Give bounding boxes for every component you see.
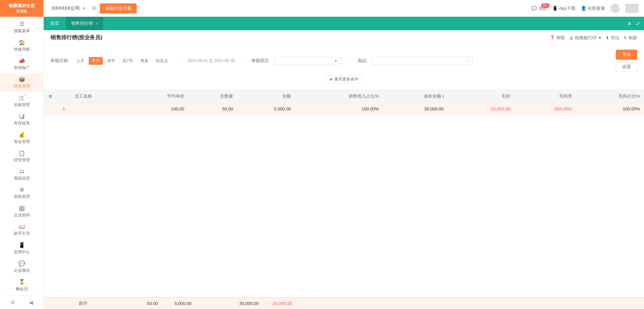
- td-settings: [44, 103, 57, 115]
- th-settings[interactable]: ⚙: [44, 90, 57, 103]
- doc-status-arrow-icon: ▼: [334, 59, 338, 63]
- table-header-row: ⚙ 员工名称 平均单价 主数量 全额 销售收入占比% 成本全额 ℹ 毛利 毛利率: [44, 90, 644, 103]
- sidebar-label-purchase: 采购管理: [14, 102, 30, 108]
- sidebar-item-weixin[interactable]: 💬企业微信: [0, 258, 43, 276]
- sidebar-label-operation: 经营管理: [14, 157, 30, 163]
- tab-sales-ranking[interactable]: 销售排行榜 ×: [66, 17, 103, 30]
- window-expand-icon[interactable]: ⤢: [636, 20, 640, 27]
- sidebar-settings-icon[interactable]: ⚙: [10, 299, 15, 306]
- filter-divider-3: [349, 57, 350, 64]
- sidebar-nav: ☰搜索菜单🏠快捷导航📣营销推广📦销售管理🛒采购管理📊库存核算💰资金管理📋经营管理…: [0, 17, 43, 296]
- sidebar-icon-inventory: 📊: [18, 113, 25, 119]
- sidebar-item-inventory[interactable]: 📊库存核算: [0, 110, 43, 129]
- filter-expand-row: ▼ 展开更多条件: [50, 73, 637, 86]
- sidebar-item-marketing[interactable]: 📣营销推广: [0, 55, 43, 73]
- app-download-label: App下载: [559, 5, 575, 11]
- sidebar-item-search[interactable]: ☰搜索菜单: [0, 18, 43, 37]
- avatar[interactable]: [610, 4, 620, 13]
- sidebar: 畅康通好生意 标准版 ☰搜索菜单🏠快捷导航📣营销推广📦销售管理🛒采购管理📊库存核…: [0, 0, 44, 309]
- th-employee: 员工名称: [71, 90, 129, 103]
- template-print-btn[interactable]: 🖨 按模板打印 ▼: [569, 35, 602, 41]
- window-close-icon[interactable]: ✕: [627, 20, 632, 27]
- td-avg-price: 100.00: [129, 103, 188, 115]
- td-gross-rate: -500.00%: [514, 103, 576, 115]
- sidebar-icon-operation: 📋: [18, 150, 25, 156]
- filter-settings-btn[interactable]: 设置: [616, 62, 637, 72]
- date-opt-custom[interactable]: 自定义: [153, 57, 171, 65]
- table-wrapper: ⚙ 员工名称 平均单价 主数量 全额 销售收入占比% 成本全额 ℹ 毛利 毛利率: [44, 90, 644, 297]
- company-selector[interactable]: XXXXXX公司 ▼: [49, 4, 88, 13]
- sidebar-item-system[interactable]: ⚙系统管理: [0, 184, 43, 202]
- sidebar-item-member[interactable]: 🏅畅会员: [0, 276, 43, 295]
- help-label: 帮助: [556, 35, 565, 41]
- main-area: XXXXXX公司 ▼ ⚙ 体验行业方案 💬 消息 99+ 📱 App下载 👤 在…: [44, 0, 644, 309]
- help-btn[interactable]: ❓ 帮助: [550, 35, 565, 41]
- date-opt-more[interactable]: 更多: [137, 57, 152, 65]
- th-sales-pct: 销售收入占比%: [295, 90, 383, 103]
- app-download-btn[interactable]: 📱 App下载: [552, 5, 575, 11]
- sidebar-item-appstore[interactable]: 📱应用中心: [0, 239, 43, 258]
- trial-btn[interactable]: 体验行业方案: [100, 3, 137, 13]
- tab-home[interactable]: 首页: [44, 17, 66, 30]
- message-btn[interactable]: 💬 消息 99+: [531, 5, 547, 11]
- date-range-display: 2023-06-01 至 2023-06-30: [187, 58, 235, 64]
- sidebar-collapse-icon[interactable]: ◀: [29, 299, 33, 306]
- sidebar-item-operation[interactable]: 📋经营管理: [0, 147, 43, 166]
- sidebar-item-enterprise[interactable]: 🏢企业协同: [0, 202, 43, 221]
- export-btn[interactable]: ⬇ 导出: [606, 35, 619, 41]
- column-settings-icon[interactable]: ⚙: [48, 94, 52, 99]
- th-avg-price: 平均单价: [129, 90, 188, 103]
- th-quantity: 主数量: [188, 90, 237, 103]
- date-opt-this-year[interactable]: 本年: [104, 57, 118, 65]
- sidebar-icon-shortcut: 🏠: [18, 39, 25, 46]
- doc-status-select[interactable]: ▼: [274, 57, 341, 64]
- app-icon: 📱: [552, 6, 558, 11]
- sidebar-label-basic: 基础信息: [14, 175, 30, 181]
- sidebar-logo: 畅康通好生意 标准版: [0, 0, 43, 17]
- table-row[interactable]: 1 100.00 50.00 5,000.00 100.00% 30,000.0…: [44, 103, 644, 115]
- td-gross: -25,000.00: [448, 103, 515, 115]
- goods-label: 商品: [358, 58, 367, 64]
- date-opt-this-month[interactable]: 本月: [89, 57, 103, 65]
- th-amount: 全额: [237, 90, 295, 103]
- cost-info-icon: ℹ: [442, 94, 444, 98]
- sidebar-item-finance[interactable]: 💰资金管理: [0, 129, 43, 147]
- message-icon: 💬: [531, 6, 537, 11]
- tab-label: 销售排行榜: [71, 20, 93, 27]
- sidebar-icon-marketing: 📣: [18, 58, 25, 64]
- sidebar-icon-appstore: 📱: [18, 242, 25, 248]
- help-icon: ❓: [550, 35, 555, 40]
- date-options: 上月 本月 本年 近7天 更多 自定义: [73, 57, 171, 65]
- online-service-label: 在线客服: [588, 5, 605, 11]
- td-sales-pct: 100.00%: [295, 103, 383, 115]
- sidebar-icon-enterprise: 🏢: [18, 205, 25, 211]
- td-cost: 30,000.00: [383, 103, 448, 115]
- sidebar-item-newbie[interactable]: 📖新手引导: [0, 221, 43, 239]
- service-icon: 👤: [581, 6, 586, 11]
- goods-input[interactable]: ···: [372, 57, 473, 65]
- date-opt-prev-month[interactable]: 上月: [73, 57, 87, 65]
- sidebar-item-basic[interactable]: 🗂基础信息: [0, 166, 43, 184]
- filter-divider-2: [243, 57, 243, 64]
- message-badge: 99+: [541, 3, 550, 8]
- date-opt-7days[interactable]: 近7天: [120, 57, 136, 65]
- user-name-display: [625, 4, 639, 13]
- sidebar-label-weixin: 企业微信: [14, 268, 30, 273]
- doc-status-label: 单据状态: [251, 58, 269, 64]
- refresh-btn[interactable]: ↻ 刷新: [624, 35, 637, 41]
- sidebar-label-shortcut: 快捷导航: [14, 47, 30, 52]
- online-service-btn[interactable]: 👤 在线客服: [581, 5, 605, 11]
- query-btn[interactable]: 查询: [616, 50, 637, 60]
- tab-close-icon[interactable]: ×: [96, 21, 98, 25]
- topbar-gear-icon[interactable]: ⚙: [92, 5, 96, 11]
- sidebar-item-purchase[interactable]: 🛒采购管理: [0, 92, 43, 110]
- expand-more-btn[interactable]: ▼ 展开更多条件: [324, 75, 364, 84]
- th-rank: [57, 90, 71, 103]
- sidebar-item-sales[interactable]: 📦销售管理: [0, 73, 43, 92]
- sidebar-label-enterprise: 企业协同: [14, 212, 30, 218]
- sidebar-label-search: 搜索菜单: [14, 28, 30, 34]
- page-header: 销售排行榜(按业务员) ❓ 帮助 🖨 按模板打印 ▼ ⬇ 导出 ↻ 刷新: [44, 30, 644, 46]
- sidebar-item-shortcut[interactable]: 🏠快捷导航: [0, 37, 43, 55]
- tabbar: 首页 销售排行榜 × ✕ ⤢: [44, 17, 644, 30]
- td-rank: 1: [57, 103, 71, 115]
